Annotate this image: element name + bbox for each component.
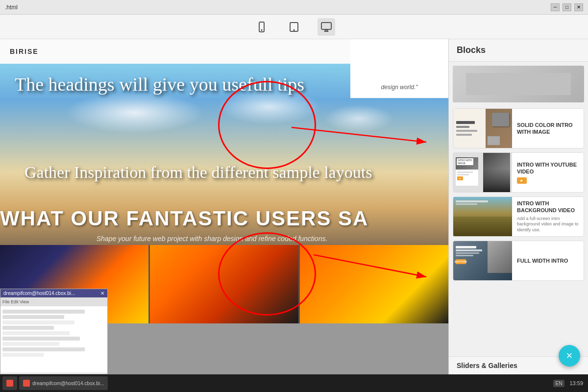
preview-heading-2: Gather Inspiration from the different sa…	[24, 162, 372, 183]
minimize-button[interactable]: ─	[551, 3, 560, 11]
chat-content	[0, 306, 107, 360]
block-preview-youtube: INTRO WITHIMAGE ►	[453, 153, 512, 192]
block-btn-youtube[interactable]: ►	[517, 177, 527, 184]
window-controls: ─ □ ✕	[551, 3, 583, 11]
block-preview-full-width: BUTTON	[453, 241, 512, 280]
block-card-top-partial[interactable]	[453, 66, 584, 102]
desktop-view-button[interactable]	[318, 18, 335, 36]
preview-thumb-3	[298, 245, 448, 323]
chat-title-bar: dreampifcom@host014.cbox.bi... ✕	[0, 289, 107, 297]
chat-toolbar: File Edit View	[0, 297, 107, 306]
taskbar-time: 13:59	[569, 380, 583, 386]
block-preview-bg-video	[453, 197, 512, 236]
panel-header: Blocks	[449, 39, 588, 62]
block-info-bg-video: INTRO WITH BACKGROUND VIDEO Add a full-s…	[512, 197, 584, 236]
preview-tagline: Shape your future web project with sharp…	[0, 235, 424, 243]
taskbar-right: EN 13:59	[553, 380, 586, 387]
block-preview-solid-color	[453, 109, 512, 148]
preview-quote-box: design world."	[350, 39, 448, 98]
block-info-full-width: FULL WIDTH INTRO	[512, 241, 584, 280]
blocks-list: SOLID COLOR INTRO WITH IMAGE INTRO WITHI…	[449, 62, 588, 356]
preview-users-say: WHAT OUR FANTASTIC USERS SA	[0, 207, 424, 230]
block-info-youtube: INTRO WITH YOUTUBE VIDEO ►	[512, 153, 584, 192]
chat-body: File Edit View	[0, 297, 107, 372]
chat-window[interactable]: dreampifcom@host014.cbox.bi... ✕ File Ed…	[0, 289, 108, 374]
block-title-solid-color: SOLID COLOR INTRO WITH IMAGE	[517, 122, 579, 136]
block-card-youtube[interactable]: INTRO WITHIMAGE ►	[453, 152, 584, 193]
taskbar-start-icon	[6, 380, 13, 387]
title-filename: .html	[5, 4, 18, 11]
chat-close-btn[interactable]: ✕	[100, 291, 104, 296]
block-title-bg-video: INTRO WITH BACKGROUND VIDEO	[517, 200, 579, 214]
taskbar-lang: EN	[553, 380, 565, 387]
windows-taskbar: dreampifcom@host014.cbox.bi... EN 13:59	[0, 374, 588, 392]
svg-rect-4	[321, 23, 331, 29]
block-card-bg-video[interactable]: INTRO WITH BACKGROUND VIDEO Add a full-s…	[453, 196, 584, 237]
main-area: BIRISE design world." The headings will …	[0, 39, 588, 374]
preview-thumb-2	[148, 245, 298, 323]
page-preview: BIRISE design world." The headings will …	[0, 39, 448, 374]
block-info-solid-color: SOLID COLOR INTRO WITH IMAGE	[512, 109, 584, 148]
block-desc-bg-video: Add a full-screen intro background video…	[517, 216, 579, 233]
taskbar-chat-icon	[23, 380, 30, 387]
block-card-solid-color[interactable]: SOLID COLOR INTRO WITH IMAGE	[453, 108, 584, 148]
taskbar-chat-item[interactable]: dreampifcom@host014.cbox.bi...	[19, 376, 108, 390]
preview-logo: BIRISE	[10, 48, 39, 55]
chat-window-title: dreampifcom@host014.cbox.bi...	[3, 291, 75, 296]
chat-toolbar-items: File Edit View	[2, 299, 29, 304]
block-title-youtube: INTRO WITH YOUTUBE VIDEO	[517, 161, 579, 175]
canvas-area: BIRISE design world." The headings will …	[0, 39, 448, 374]
close-button[interactable]: ✕	[574, 3, 583, 11]
title-bar: .html ─ □ ✕	[0, 0, 588, 15]
right-panel: Blocks	[448, 39, 588, 374]
block-card-full-width[interactable]: BUTTON FULL WIDTH INTRO	[453, 241, 584, 281]
maximize-button[interactable]: □	[563, 3, 571, 11]
mobile-view-button[interactable]	[253, 18, 270, 36]
tablet-view-button[interactable]	[285, 18, 303, 36]
taskbar-chat-label: dreampifcom@host014.cbox.bi...	[32, 381, 104, 386]
preview-quote-text: design world."	[381, 84, 418, 91]
fab-button[interactable]: ×	[559, 345, 580, 367]
preview-heading-1: The headings will give you usefull tips	[15, 74, 304, 96]
taskbar-start[interactable]	[2, 376, 17, 390]
block-title-full-width: FULL WIDTH INTRO	[517, 257, 568, 264]
device-toolbar	[0, 15, 588, 39]
